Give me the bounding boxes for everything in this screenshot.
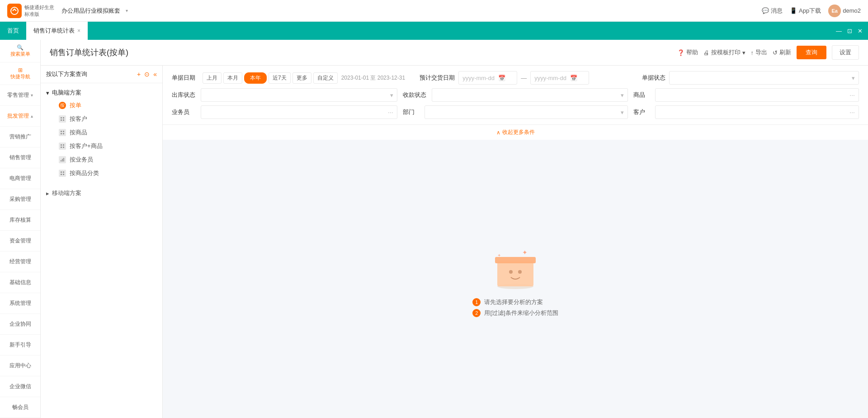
status-select[interactable]: ▾: [669, 71, 859, 85]
app-download-button[interactable]: 📱 App下载: [790, 7, 821, 15]
sidebar-item-member[interactable]: 畅会员: [0, 397, 40, 418]
logo-icon: [7, 4, 22, 18]
date-btn-this-year[interactable]: 本年: [244, 72, 267, 84]
filter-row-date: 单据日期 上月 本月 本年 近7天 更多 自定义 2023-01-01 至 20…: [163, 66, 868, 88]
sidebar-item-retail[interactable]: 零售管理 ▾: [0, 85, 40, 106]
left-panel-header: 按以下方案查询 + ⊙ «: [41, 66, 162, 83]
svg-rect-2: [63, 117, 64, 119]
date-btn-this-month[interactable]: 本月: [223, 72, 242, 84]
status-chevron-icon: ▾: [852, 75, 855, 81]
salesman-ellipsis-icon: ···: [388, 109, 393, 116]
out-status-select[interactable]: ▾: [201, 88, 397, 102]
svg-rect-5: [61, 131, 62, 132]
date-btn-more[interactable]: 更多: [292, 72, 311, 84]
customer-label: 客户: [633, 108, 651, 116]
window-close-icon[interactable]: ✕: [858, 28, 863, 34]
svg-rect-6: [63, 131, 64, 132]
date-btn-7days[interactable]: 近7天: [269, 72, 291, 84]
tab-close-icon[interactable]: ×: [77, 28, 80, 34]
receive-status-select[interactable]: ▾: [432, 88, 628, 102]
goods-input[interactable]: ···: [655, 88, 859, 102]
logo-text: 畅捷通好生意 标准版: [24, 4, 54, 17]
scheme-icon-customer: [59, 115, 66, 123]
user-menu[interactable]: Ea demo2: [828, 5, 861, 17]
sidebar-item-ecommerce[interactable]: 电商管理: [0, 168, 40, 189]
customer-ellipsis-icon: ···: [849, 109, 855, 116]
sidebar-search[interactable]: 🔍 搜索菜单: [0, 40, 40, 62]
hint-num-2: 2: [472, 309, 481, 317]
maximize-icon[interactable]: ⊡: [847, 28, 852, 34]
sidebar-item-enterprise[interactable]: 企业协同: [0, 314, 40, 335]
svg-rect-14: [62, 159, 63, 162]
sidebar-item-wechat[interactable]: 企业微信: [0, 376, 40, 397]
sidebar: 🔍 搜索菜单 ⊞ 快捷导航 零售管理 ▾ 批发管理 ▴ 营销推广 销售管理 电商…: [0, 40, 41, 418]
svg-rect-10: [63, 144, 64, 146]
topbar-left: 畅捷通好生意 标准版 办公用品行业模拟账套 ▾: [7, 4, 128, 18]
print-button[interactable]: 🖨 按模板打印 ▾: [703, 48, 745, 57]
sidebar-item-inventory[interactable]: 库存核算: [0, 210, 40, 231]
scheme-item-by-salesman[interactable]: 按业务员: [46, 153, 157, 166]
collapse-panel-icon[interactable]: «: [153, 71, 157, 78]
empty-state: ✦ ✦ 1 请先选择要分析的方案: [163, 140, 868, 418]
app-title-dropdown-icon[interactable]: ▾: [126, 8, 128, 13]
date-btn-custom[interactable]: 自定义: [313, 72, 338, 84]
filter-status: 单据状态 ▾: [642, 71, 859, 85]
sidebar-item-marketing[interactable]: 营销推广: [0, 127, 40, 147]
left-panel: 按以下方案查询 + ⊙ « ▾ 电脑端方案 按 按单: [41, 66, 163, 418]
customer-input[interactable]: ···: [655, 105, 859, 119]
app-title: 办公用品行业模拟账套: [61, 7, 120, 15]
sidebar-quick-nav[interactable]: ⊞ 快捷导航: [0, 62, 40, 85]
collapse-bar[interactable]: ∧ 收起更多条件: [163, 124, 868, 140]
add-scheme-icon[interactable]: +: [137, 71, 141, 78]
scheme-item-by-customer-goods[interactable]: 按客户+商品: [46, 139, 157, 153]
setting-button[interactable]: 设置: [832, 45, 859, 60]
dept-select[interactable]: ▾: [425, 105, 628, 119]
export-button[interactable]: ↑ 导出: [751, 48, 768, 57]
tab-home[interactable]: 首页: [0, 22, 26, 40]
svg-point-25: [509, 270, 513, 274]
scheme-item-by-goods[interactable]: 按商品: [46, 126, 157, 139]
svg-rect-18: [61, 174, 62, 175]
scheme-group-mobile-title[interactable]: ▸ 移动端方案: [46, 187, 157, 199]
refresh-button[interactable]: ↺ 刷新: [773, 48, 791, 57]
topbar: 畅捷通好生意 标准版 办公用品行业模拟账套 ▾ 💬 消息 📱 App下载 Ea …: [0, 0, 868, 22]
sidebar-item-app[interactable]: 应用中心: [0, 356, 40, 376]
sidebar-item-purchase[interactable]: 采购管理: [0, 189, 40, 210]
message-button[interactable]: 💬 消息: [762, 7, 783, 15]
date-btn-last-month[interactable]: 上月: [203, 72, 222, 84]
settings-scheme-icon[interactable]: ⊙: [144, 71, 150, 78]
filter-area: 单据日期 上月 本月 本年 近7天 更多 自定义 2023-01-01 至 20…: [163, 66, 868, 140]
sidebar-item-sales[interactable]: 销售管理: [0, 147, 40, 168]
help-button[interactable]: ❓ 帮助: [677, 48, 698, 57]
sidebar-item-finance[interactable]: 资金管理: [0, 231, 40, 252]
svg-point-26: [518, 270, 522, 274]
svg-text:✦: ✦: [497, 253, 501, 258]
salesman-input[interactable]: ···: [201, 105, 397, 119]
sidebar-item-operations[interactable]: 经营管理: [0, 252, 40, 272]
tab-sales-order[interactable]: 销售订单统计表 ×: [26, 22, 88, 40]
expected-date-start[interactable]: yyyy-mm-dd 📅: [458, 71, 517, 85]
svg-rect-15: [63, 158, 64, 162]
query-button[interactable]: 查询: [797, 46, 826, 59]
svg-rect-1: [61, 117, 62, 119]
status-label: 单据状态: [642, 74, 665, 82]
sidebar-item-guide[interactable]: 新手引导: [0, 335, 40, 356]
dept-chevron-icon: ▾: [621, 109, 624, 116]
left-panel-title: 按以下方案查询: [46, 70, 87, 78]
nav-window-icons: — ⊡ ✕: [830, 22, 868, 40]
sidebar-item-wholesale[interactable]: 批发管理 ▴: [0, 106, 40, 127]
scheme-item-by-goods-category[interactable]: 按商品分类: [46, 166, 157, 180]
sidebar-item-basic[interactable]: 基础信息: [0, 272, 40, 293]
minimize-icon[interactable]: —: [836, 28, 842, 34]
sidebar-item-system[interactable]: 系统管理: [0, 293, 40, 314]
date-range-text: 2023-01-01 至 2023-12-31: [341, 74, 405, 82]
expected-date-end[interactable]: yyyy-mm-dd 📅: [530, 71, 589, 85]
scheme-item-by-order[interactable]: 按 按单: [46, 99, 157, 112]
scheme-group-pc-title[interactable]: ▾ 电脑端方案: [46, 87, 157, 99]
svg-rect-9: [61, 144, 62, 146]
page-title: 销售订单统计表(按单): [50, 47, 128, 58]
scheme-group-pc: ▾ 电脑端方案 按 按单 按客户: [41, 83, 162, 184]
scheme-item-by-customer[interactable]: 按客户: [46, 112, 157, 126]
page-header: 销售订单统计表(按单) ❓ 帮助 🖨 按模板打印 ▾ ↑ 导出 ↺ 刷新: [41, 40, 868, 66]
nav-tabs: 首页 销售订单统计表 × — ⊡ ✕: [0, 22, 868, 40]
